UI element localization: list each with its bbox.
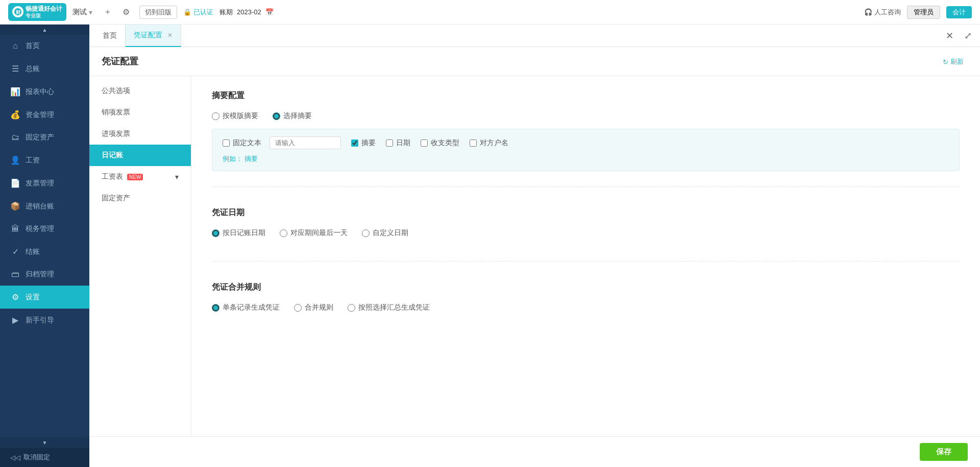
radio-custom-date[interactable]: 自定义日期 <box>362 228 408 238</box>
save-btn[interactable]: 保存 <box>920 443 968 461</box>
refresh-btn[interactable]: ↻ 刷新 <box>939 55 968 68</box>
tab-actions: ✕ ⤢ <box>942 29 975 43</box>
sidebar-scroll-up[interactable]: ▲ <box>0 25 89 35</box>
admin-btn[interactable]: 管理员 <box>907 6 940 19</box>
checkbox-fixed-text[interactable]: 固定文本 <box>223 138 261 148</box>
sidebar-item-settings[interactable]: ⚙ 设置 <box>0 286 89 309</box>
sidebar-item-closing[interactable]: ✓ 结账 <box>0 240 89 263</box>
radio-period-last-input[interactable] <box>280 229 287 237</box>
shield-icon: 🔒 <box>183 8 191 16</box>
checkbox-summary[interactable]: 摘要 <box>351 138 376 148</box>
radio-merge-rule-input[interactable] <box>294 304 302 312</box>
app-name: 畅捷通好会计 <box>26 5 62 12</box>
sidebar-item-tax[interactable]: 🏛 税务管理 <box>0 218 89 240</box>
checkbox-summary-input[interactable] <box>351 139 358 147</box>
sidebar-label-salary: 工资 <box>26 156 40 165</box>
left-nav-public-label: 公共选项 <box>102 86 130 96</box>
sidebar-item-sales[interactable]: 📦 进销台账 <box>0 195 89 218</box>
tab-voucher-config[interactable]: 凭证配置 ✕ <box>126 25 181 47</box>
refresh-label: 刷新 <box>950 57 964 66</box>
left-nav-purchase-invoice[interactable]: 进项发票 <box>89 123 191 145</box>
expand-icon[interactable]: ▾ <box>175 173 179 181</box>
sidebar-item-asset[interactable]: 🗂 固定资产 <box>0 126 89 149</box>
checkbox-row: 固定文本 摘要 日期 <box>212 129 960 171</box>
tab-home[interactable]: 首页 <box>94 25 126 47</box>
radio-template[interactable]: 按模版摘要 <box>212 111 258 121</box>
sidebar-item-report[interactable]: 📊 报表中心 <box>0 80 89 103</box>
radio-journal-date-input[interactable] <box>212 229 219 237</box>
radio-period-last-label: 对应期间最后一天 <box>290 228 348 238</box>
radio-select-input[interactable] <box>273 112 280 120</box>
merge-section: 凭证合并规则 单条记录生成凭证 合并规则 <box>212 282 960 336</box>
sidebar-scroll-down[interactable]: ▼ <box>0 437 89 448</box>
refresh-icon: ↻ <box>943 58 948 66</box>
checkbox-fixed-text-input[interactable] <box>223 139 230 147</box>
radio-select[interactable]: 选择摘要 <box>273 111 312 121</box>
inner-layout: 公共选项 销项发票 进项发票 日记账 工资表 NEW <box>89 76 980 436</box>
radio-merge-rule[interactable]: 合并规则 <box>294 303 333 312</box>
left-nav-fixed-asset[interactable]: 固定资产 <box>89 188 191 209</box>
asset-icon: 🗂 <box>10 133 20 142</box>
checkbox-date[interactable]: 日期 <box>386 138 410 148</box>
fixed-text-input[interactable] <box>270 136 341 149</box>
summary-section-title: 摘要配置 <box>212 90 960 101</box>
checkbox-counterparty[interactable]: 对方户名 <box>470 138 508 148</box>
left-nav-payroll[interactable]: 工资表 NEW ▾ <box>89 166 191 188</box>
calendar-icon[interactable]: 📅 <box>265 8 274 16</box>
topbar-actions: ＋ ⚙ <box>101 5 133 19</box>
guide-icon: ▶ <box>10 315 20 325</box>
checkbox-pay-type[interactable]: 收支类型 <box>421 138 459 148</box>
topbar-right: 🎧 人工咨询 管理员 会计 <box>864 6 972 19</box>
page-content: 凭证配置 ↻ 刷新 公共选项 销项发票 进项发票 <box>89 47 980 467</box>
radio-template-input[interactable] <box>212 112 219 120</box>
sidebar-item-salary[interactable]: 👤 工资 <box>0 149 89 172</box>
radio-custom-date-input[interactable] <box>362 229 370 237</box>
radio-journal-date[interactable]: 按日记账日期 <box>212 228 265 238</box>
closing-icon: ✓ <box>10 247 20 256</box>
sidebar-item-archive[interactable]: 🗃 归档管理 <box>0 263 89 286</box>
cancel-fix-btn[interactable]: ◁◁ 取消固定 <box>0 448 89 467</box>
company-dropdown-icon[interactable]: ▾ <box>89 8 92 16</box>
checkbox-pay-type-input[interactable] <box>421 139 428 147</box>
period-label: 账期 <box>219 8 233 17</box>
period-value: 2023-02 <box>237 8 261 16</box>
sidebar-label-sales: 进销台账 <box>26 202 54 211</box>
sidebar-label-asset: 固定资产 <box>26 133 54 142</box>
app-logo: 财 畅捷通好会计 专业版 <box>8 3 66 20</box>
checkbox-date-input[interactable] <box>386 139 393 147</box>
cancel-fix-label: 取消固定 <box>23 453 50 462</box>
tax-icon: 🏛 <box>10 224 20 233</box>
tab-close-icon[interactable]: ✕ <box>167 32 173 39</box>
sidebar-item-guide[interactable]: ▶ 新手引导 <box>0 309 89 332</box>
expand-tab-btn[interactable]: ⤢ <box>961 29 975 43</box>
switch-old-btn[interactable]: 切到旧版 <box>139 6 177 19</box>
left-nav-sales-invoice[interactable]: 销项发票 <box>89 102 191 123</box>
sidebar-label-closing: 结账 <box>26 247 40 256</box>
add-button[interactable]: ＋ <box>101 5 115 19</box>
radio-select-merge[interactable]: 按照选择汇总生成凭证 <box>348 303 430 312</box>
checkbox-group: 固定文本 摘要 日期 <box>223 136 949 149</box>
sidebar-item-ledger[interactable]: ☰ 总账 <box>0 57 89 80</box>
company-selector[interactable]: 测试 ▾ <box>72 8 92 17</box>
radio-single-input[interactable] <box>212 304 219 312</box>
radio-select-merge-input[interactable] <box>348 304 355 312</box>
sidebar-item-invoice[interactable]: 📄 发票管理 <box>0 172 89 195</box>
radio-single[interactable]: 单条记录生成凭证 <box>212 303 280 312</box>
consult-btn[interactable]: 🎧 人工咨询 <box>864 8 901 17</box>
page-title: 凭证配置 <box>102 55 138 76</box>
app-edition: 专业版 <box>26 13 62 19</box>
tab-home-label: 首页 <box>103 31 117 40</box>
checkbox-counterparty-input[interactable] <box>470 139 477 147</box>
left-nav-journal[interactable]: 日记账 <box>89 145 191 166</box>
summary-section: 摘要配置 按模版摘要 选择摘要 <box>212 90 960 187</box>
close-tab-btn[interactable]: ✕ <box>942 29 957 43</box>
sidebar-item-capital[interactable]: 💰 资金管理 <box>0 103 89 126</box>
company-name: 测试 <box>72 8 87 17</box>
settings-button[interactable]: ⚙ <box>119 5 133 19</box>
left-nav-public[interactable]: 公共选项 <box>89 80 191 102</box>
radio-period-last[interactable]: 对应期间最后一天 <box>280 228 348 238</box>
summary-radio-group: 按模版摘要 选择摘要 <box>212 111 960 121</box>
accountant-btn[interactable]: 会计 <box>946 6 972 18</box>
sidebar-label-archive: 归档管理 <box>26 270 54 279</box>
sidebar-item-home[interactable]: ⌂ 首页 <box>0 35 89 57</box>
